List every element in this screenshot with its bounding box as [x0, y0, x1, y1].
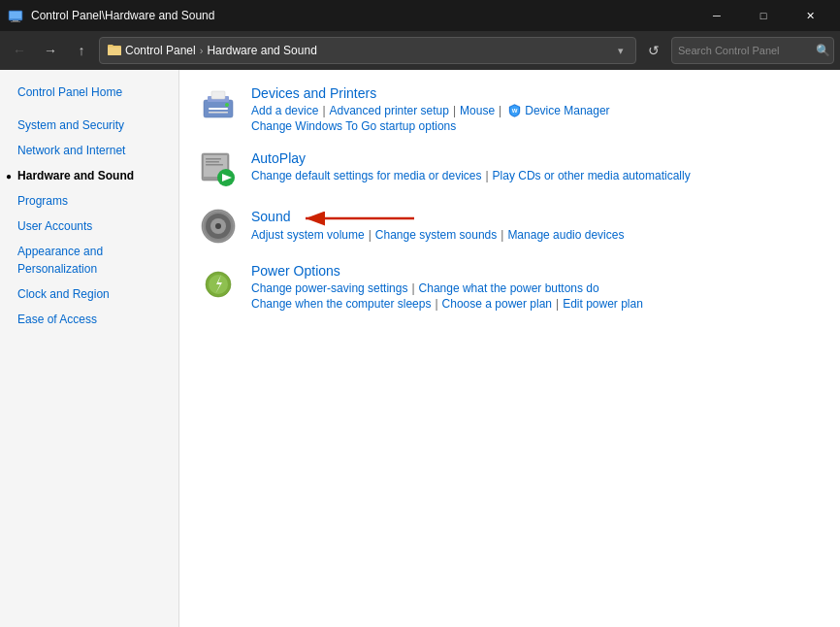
address-bar: ← → ↑ Control Panel › Hardware and Sound…: [0, 31, 840, 70]
sidebar-item-control-panel-home[interactable]: Control Panel Home: [0, 80, 178, 105]
choose-power-plan-link[interactable]: Choose a power plan: [442, 297, 552, 311]
search-input[interactable]: [678, 45, 812, 56]
change-system-sounds-link[interactable]: Change system sounds: [375, 228, 497, 242]
address-input[interactable]: Control Panel › Hardware and Sound ▾: [99, 37, 636, 64]
device-manager-link[interactable]: Device Manager: [525, 104, 609, 117]
folder-icon: [108, 44, 121, 58]
power-options-body: Power Options Change power-saving settin…: [251, 263, 643, 311]
autoplay-icon: [199, 150, 238, 189]
address-chevron-icon[interactable]: ▾: [614, 45, 628, 57]
svg-rect-9: [211, 91, 225, 99]
window-title: Control Panel\Hardware and Sound: [31, 9, 695, 22]
autoplay-title[interactable]: AutoPlay: [251, 150, 691, 166]
svg-rect-16: [206, 164, 223, 166]
main-content: Control Panel Home System and Security N…: [0, 70, 840, 627]
maximize-button[interactable]: □: [741, 0, 786, 31]
sound-title[interactable]: Sound: [251, 209, 290, 224]
adjust-system-volume-link[interactable]: Adjust system volume: [251, 228, 365, 242]
edit-power-plan-link[interactable]: Edit power plan: [563, 297, 643, 311]
devices-printers-icon: [199, 85, 238, 124]
content-area: Devices and Printers Add a device | Adva…: [179, 70, 840, 627]
svg-rect-3: [11, 21, 20, 22]
devices-printers-body: Devices and Printers Add a device | Adva…: [251, 85, 610, 133]
minimize-button[interactable]: ─: [695, 0, 739, 31]
sidebar-item-clock-and-region[interactable]: Clock and Region: [0, 281, 178, 307]
red-arrow: [298, 209, 424, 228]
sidebar: Control Panel Home System and Security N…: [0, 70, 179, 627]
change-power-buttons-link[interactable]: Change what the power buttons do: [419, 281, 599, 295]
back-button[interactable]: ←: [6, 37, 33, 64]
add-device-link[interactable]: Add a device: [251, 104, 318, 117]
windows-to-go-link[interactable]: Change Windows To Go startup options: [251, 119, 456, 133]
mouse-link[interactable]: Mouse: [460, 104, 495, 117]
sidebar-item-ease-of-access[interactable]: Ease of Access: [0, 307, 178, 332]
category-power-options: Power Options Change power-saving settin…: [199, 263, 821, 311]
forward-button[interactable]: →: [37, 37, 64, 64]
close-button[interactable]: ✕: [788, 0, 832, 31]
svg-rect-7: [209, 112, 228, 114]
sidebar-item-hardware-and-sound[interactable]: Hardware and Sound: [0, 163, 178, 188]
sound-body: Sound Adjust system volume | Chan: [251, 207, 624, 242]
sidebar-item-system-and-security[interactable]: System and Security: [0, 113, 178, 138]
svg-rect-6: [209, 108, 228, 110]
autoplay-body: AutoPlay Change default settings for med…: [251, 150, 691, 182]
advanced-printer-setup-link[interactable]: Advanced printer setup: [330, 104, 449, 117]
autoplay-links: Change default settings for media or dev…: [251, 169, 691, 182]
sidebar-item-appearance-personalization[interactable]: Appearance and Personalization: [0, 239, 178, 281]
path-hardware-and-sound[interactable]: Hardware and Sound: [207, 44, 316, 57]
devices-printers-links: Add a device | Advanced printer setup | …: [251, 104, 610, 117]
power-options-title[interactable]: Power Options: [251, 263, 643, 279]
category-devices-printers: Devices and Printers Add a device | Adva…: [199, 85, 821, 133]
category-sound: Sound Adjust system volume | Chan: [199, 207, 821, 246]
sound-links: Adjust system volume | Change system sou…: [251, 228, 624, 242]
change-when-sleeps-link[interactable]: Change when the computer sleeps: [251, 297, 431, 311]
power-links-row2: Change when the computer sleeps | Choose…: [251, 297, 643, 311]
svg-point-22: [215, 223, 221, 229]
sidebar-item-user-accounts[interactable]: User Accounts: [0, 214, 178, 239]
shield-icon: W: [507, 104, 521, 117]
power-links-row1: Change power-saving settings | Change wh…: [251, 281, 643, 295]
change-default-settings-link[interactable]: Change default settings for media or dev…: [251, 169, 481, 182]
svg-text:W: W: [511, 108, 517, 114]
title-bar: Control Panel\Hardware and Sound ─ □ ✕: [0, 0, 840, 31]
app-icon: [8, 8, 23, 23]
manage-audio-devices-link[interactable]: Manage audio devices: [507, 228, 624, 242]
play-cds-link[interactable]: Play CDs or other media automatically: [493, 169, 691, 182]
svg-rect-1: [10, 12, 21, 18]
up-button[interactable]: ↑: [68, 37, 95, 64]
search-box[interactable]: 🔍: [671, 37, 834, 64]
path-control-panel[interactable]: Control Panel: [125, 44, 196, 57]
devices-printers-links-row2: Change Windows To Go startup options: [251, 119, 610, 133]
svg-rect-14: [206, 158, 221, 160]
sidebar-item-programs[interactable]: Programs: [0, 188, 178, 214]
change-power-saving-settings-link[interactable]: Change power-saving settings: [251, 281, 407, 295]
category-autoplay: AutoPlay Change default settings for med…: [199, 150, 821, 189]
window-controls: ─ □ ✕: [695, 0, 832, 31]
breadcrumb-path: Control Panel › Hardware and Sound: [125, 44, 610, 57]
svg-point-10: [225, 103, 229, 107]
power-options-icon: [199, 263, 238, 302]
devices-printers-title[interactable]: Devices and Printers: [251, 85, 610, 101]
search-icon: 🔍: [816, 44, 830, 57]
sidebar-item-network-and-internet[interactable]: Network and Internet: [0, 138, 178, 163]
sound-icon: [199, 207, 238, 246]
svg-rect-15: [206, 161, 219, 163]
refresh-button[interactable]: ↺: [640, 37, 667, 64]
